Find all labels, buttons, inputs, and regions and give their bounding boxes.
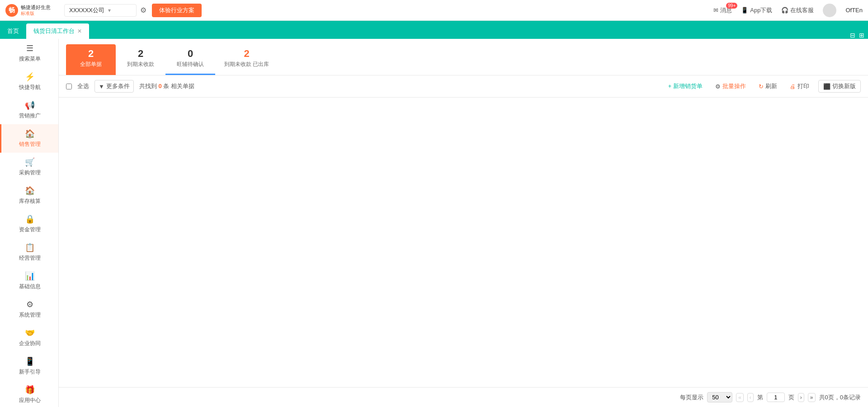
online-service-button[interactable]: 🎧 在线客服 — [781, 6, 814, 14]
guide-icon: 📱 — [25, 356, 35, 366]
system-icon: ⚙ — [26, 299, 33, 309]
logo-text-block: 畅捷通好生意 标准版 — [21, 4, 51, 16]
purchase-icon: 🛒 — [25, 157, 35, 167]
sidebar-item-purchase[interactable]: 🛒 采购管理 — [0, 153, 58, 181]
stat-tab-overdue[interactable]: 2 到期未收款 — [116, 44, 165, 75]
top-header: 畅 畅捷通好生意 标准版 XXXXXX公司 ▾ ⚙ 体验行业方案 ✉ 消息 99… — [0, 0, 868, 21]
qianhuo-tab-label: 钱货日清工作台 — [33, 27, 75, 35]
app-download-button[interactable]: 📱 App下载 — [741, 6, 772, 14]
current-page-input[interactable] — [767, 393, 785, 402]
toolbar-right: + 新增销货单 ⚙ 批量操作 ↻ 刷新 🖨 打印 ⬛ 切换新版 — [665, 80, 861, 93]
logo-badge: 标准版 — [21, 10, 51, 16]
new-sale-label: + 新增销货单 — [668, 82, 703, 90]
chevron-down-icon: ▾ — [108, 7, 111, 14]
service-label: 在线客服 — [790, 6, 814, 14]
print-icon: 🖨 — [790, 83, 796, 90]
message-button[interactable]: ✉ 消息 99+ — [713, 6, 732, 14]
tab-nav-actions: ⊟ ⊞ — [850, 32, 868, 39]
refresh-icon: ↻ — [759, 83, 764, 90]
sidebar-item-sales[interactable]: 🏠 销售管理 — [0, 124, 58, 153]
sidebar-item-quicknav[interactable]: ⚡ 快捷导航 — [0, 67, 58, 96]
sidebar-item-label-sales: 销售管理 — [19, 140, 41, 148]
stat-tab-wangfu[interactable]: 0 旺辅待确认 — [165, 44, 215, 75]
next-page-button[interactable]: › — [798, 393, 804, 402]
page-suffix: 页 — [788, 393, 794, 402]
sidebar-item-basic-info[interactable]: 📊 基础信息 — [0, 267, 58, 295]
sidebar-item-label-guide: 新手引导 — [19, 368, 41, 376]
main-layout: ☰ 搜索菜单 ⚡ 快捷导航 📢 营销推广 🏠 销售管理 🛒 采购管理 🏠 库存核… — [0, 39, 868, 407]
tab-close-icon[interactable]: ✕ — [77, 28, 82, 34]
stat-num-all: 2 — [75, 48, 107, 60]
found-text: 共找到 0 条 相关单据 — [139, 82, 194, 90]
tab-expand-icon[interactable]: ⊞ — [859, 32, 864, 39]
tab-nav: 首页 钱货日清工作台 ✕ ⊟ ⊞ — [0, 21, 868, 39]
sidebar-item-operations[interactable]: 📋 经营管理 — [0, 238, 58, 267]
batch-operation-button[interactable]: ⚙ 批量操作 — [712, 80, 750, 92]
sidebar-item-finance[interactable]: 🔒 资金管理 — [0, 210, 58, 238]
sidebar-item-enterprise[interactable]: 🤝 企业协同 — [0, 323, 58, 352]
stats-tabs: 2 全部单据 2 到期未收款 0 旺辅待确认 2 到期未收款 已出库 — [59, 39, 868, 75]
last-page-button[interactable]: » — [808, 393, 816, 402]
sidebar-item-label-operations: 经营管理 — [19, 254, 41, 262]
filter-button[interactable]: ▼ 更多条件 — [94, 80, 134, 93]
sidebar-item-guide[interactable]: 📱 新手引导 — [0, 352, 58, 380]
sidebar-item-label-basic-info: 基础信息 — [19, 283, 41, 290]
sidebar-item-apps[interactable]: 🎁 应用中心 — [0, 380, 58, 407]
refresh-button[interactable]: ↻ 刷新 — [755, 80, 781, 92]
sidebar-item-marketing[interactable]: 📢 营销推广 — [0, 96, 58, 124]
prev-page-button[interactable]: ‹ — [747, 393, 754, 402]
basic-info-icon: 📊 — [25, 271, 35, 281]
sidebar-item-inventory[interactable]: 🏠 库存核算 — [0, 181, 58, 210]
sidebar-item-label-finance: 资金管理 — [19, 226, 41, 234]
sidebar-item-label-enterprise: 企业协同 — [19, 340, 41, 347]
select-all-checkbox[interactable] — [66, 84, 72, 89]
sidebar-item-label-inventory: 库存核算 — [19, 197, 41, 205]
stat-num-wangfu: 0 — [175, 48, 206, 60]
print-button[interactable]: 🖨 打印 — [786, 80, 813, 92]
stat-label-all: 全部单据 — [75, 61, 107, 68]
logo-icon: 畅 — [5, 4, 18, 17]
service-icon: 🎧 — [781, 7, 788, 14]
stat-tab-all[interactable]: 2 全部单据 — [66, 44, 116, 75]
per-page-label: 每页显示 — [680, 393, 703, 402]
stat-label-overdue: 到期未收款 — [125, 61, 156, 68]
sidebar-item-search[interactable]: ☰ 搜索菜单 — [0, 39, 58, 67]
switch-label: 切换新版 — [832, 82, 856, 90]
header-right: ✉ 消息 99+ 📱 App下载 🎧 在线客服 OfTEn — [713, 4, 863, 17]
page-label: 第 — [757, 393, 763, 402]
switch-version-button[interactable]: ⬛ 切换新版 — [818, 80, 861, 93]
filter-icon: ▼ — [99, 83, 104, 90]
toolbar: 全选 ▼ 更多条件 共找到 0 条 相关单据 + 新增销货单 ⚙ 批量操作 — [59, 75, 868, 98]
sidebar-item-label-system: 系统管理 — [19, 311, 41, 319]
avatar[interactable] — [823, 4, 836, 17]
settings-icon[interactable]: ⚙ — [140, 6, 146, 14]
print-label: 打印 — [797, 82, 809, 90]
refresh-label: 刷新 — [765, 82, 777, 90]
stat-tab-shipped[interactable]: 2 到期未收款 已出库 — [215, 44, 278, 75]
trial-button[interactable]: 体验行业方案 — [152, 4, 202, 17]
total-records-label: 共0页，0条记录 — [819, 393, 861, 402]
tab-home[interactable]: 首页 — [0, 23, 26, 39]
tab-minimize-icon[interactable]: ⊟ — [850, 32, 855, 39]
apps-icon: 🎁 — [25, 385, 35, 395]
new-sale-button[interactable]: + 新增销货单 — [665, 80, 706, 92]
stat-num-shipped: 2 — [224, 48, 269, 60]
stat-num-overdue: 2 — [125, 48, 156, 60]
tab-qianhuo[interactable]: 钱货日清工作台 ✕ — [26, 23, 89, 39]
sidebar: ☰ 搜索菜单 ⚡ 快捷导航 📢 营销推广 🏠 销售管理 🛒 采购管理 🏠 库存核… — [0, 39, 59, 407]
app-label: App下载 — [750, 6, 772, 14]
marketing-icon: 📢 — [25, 100, 35, 110]
finance-icon: 🔒 — [25, 214, 35, 224]
company-selector[interactable]: XXXXXX公司 ▾ — [64, 4, 137, 17]
first-page-button[interactable]: « — [736, 393, 744, 402]
found-count: 0 — [159, 83, 162, 89]
stat-label-wangfu: 旺辅待确认 — [175, 61, 206, 68]
inventory-icon: 🏠 — [25, 186, 35, 196]
operations-icon: 📋 — [25, 243, 35, 253]
sidebar-item-system[interactable]: ⚙ 系统管理 — [0, 295, 58, 323]
sidebar-item-label-search: 搜索菜单 — [19, 55, 41, 63]
per-page-select[interactable]: 50 100 — [707, 392, 732, 402]
table-area — [59, 98, 868, 387]
stat-label-shipped: 到期未收款 已出库 — [224, 61, 269, 68]
sidebar-item-label-purchase: 采购管理 — [19, 169, 41, 177]
